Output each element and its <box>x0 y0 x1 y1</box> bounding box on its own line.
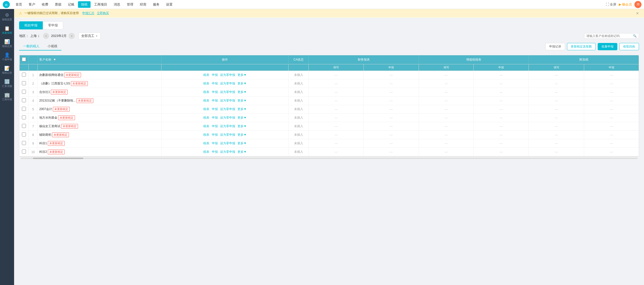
date-prev-button[interactable]: ‹ <box>43 33 49 39</box>
nav-service[interactable]: 服务 <box>150 1 163 8</box>
search-input[interactable] <box>586 34 632 38</box>
sort-icon[interactable]: ▼ <box>53 58 56 61</box>
op-tax-table-6[interactable]: 税表 <box>203 124 209 128</box>
op-more-0[interactable]: 更多▼ <box>237 73 247 77</box>
op-zero-5[interactable]: 设为零申报 <box>220 116 235 119</box>
op-declare-4[interactable]: 申报 <box>212 107 218 111</box>
op-more-9[interactable]: 更多▼ <box>237 150 247 154</box>
update-tax-button[interactable]: 更新税定及取数 <box>567 43 596 50</box>
row-checkbox-2[interactable] <box>20 88 29 97</box>
row-checkbox-7[interactable] <box>20 131 29 139</box>
op-more-1[interactable]: 更多▼ <box>237 82 247 85</box>
nav-message[interactable]: 消息 <box>111 1 123 8</box>
tab-general-taxpayer[interactable]: 一般的税人 <box>19 42 44 51</box>
op-tax-table-7[interactable]: 税表 <box>203 133 209 136</box>
row-checkbox-1[interactable] <box>20 79 29 88</box>
row-checkbox-0[interactable] <box>20 71 29 79</box>
op-zero-6[interactable]: 设为零申报 <box>220 124 235 128</box>
op-declare-2[interactable]: 申报 <box>212 90 218 94</box>
collect-receipt-button[interactable]: 收取回执 <box>619 43 639 50</box>
nav-invoice[interactable]: 票据 <box>52 1 64 8</box>
select-all-checkbox[interactable] <box>22 57 26 61</box>
op-zero-4[interactable]: 设为零申报 <box>220 107 235 111</box>
op-tax-table-2[interactable]: 税表 <box>203 90 209 94</box>
op-more-6[interactable]: 更多▼ <box>237 124 247 128</box>
row-select-6[interactable] <box>22 124 26 128</box>
date-next-button[interactable]: › <box>69 33 75 39</box>
batch-declare-button[interactable]: 批量申报 <box>598 43 617 50</box>
nav-settings[interactable]: 设置 <box>163 1 176 8</box>
row-select-7[interactable] <box>22 132 26 136</box>
row-checkbox-6[interactable] <box>20 122 29 131</box>
declaration-records-button[interactable]: 申报记录 <box>545 43 565 50</box>
op-more-5[interactable]: 更多▼ <box>237 116 247 119</box>
horizontal-scrollbar[interactable] <box>19 157 639 160</box>
op-declare-8[interactable]: 申报 <box>212 141 218 145</box>
row-select-1[interactable] <box>22 81 26 85</box>
sidebar-item-tax-records[interactable]: 📝 报税记录 <box>0 64 14 76</box>
banner-link-buy[interactable]: 立即购买 <box>97 11 109 15</box>
tab-small-scale[interactable]: 小规模 <box>44 42 61 51</box>
sidebar-item-annual-report[interactable]: 🏢 工商年报 <box>0 91 14 103</box>
row-select-5[interactable] <box>22 115 26 119</box>
sidebar-item-tax-overview[interactable]: 📊 报税总览 <box>0 37 14 50</box>
op-tax-table-1[interactable]: 税表 <box>203 82 209 85</box>
op-tax-table-5[interactable]: 税表 <box>203 116 209 119</box>
op-declare-0[interactable]: 申报 <box>212 73 218 77</box>
row-select-4[interactable] <box>22 107 26 111</box>
nav-manage[interactable]: 管理 <box>124 1 136 8</box>
tab-zero-declaration[interactable]: 零申报 <box>43 21 63 29</box>
staff-selector[interactable]: 全部员工 ▼ <box>78 32 101 39</box>
row-select-9[interactable] <box>22 150 26 154</box>
region-info-icon[interactable]: ℹ <box>38 34 39 38</box>
sidebar-item-tax-settings[interactable]: ⚙ 报税设置 <box>0 11 14 23</box>
op-more-3[interactable]: 更多▼ <box>237 99 247 102</box>
row-checkbox-4[interactable] <box>20 105 29 114</box>
op-more-4[interactable]: 更多▼ <box>237 107 247 111</box>
op-declare-9[interactable]: 申报 <box>212 150 218 154</box>
nav-home[interactable]: 首页 <box>13 1 25 8</box>
nav-operation[interactable]: 经营 <box>137 1 149 8</box>
op-declare-5[interactable]: 申报 <box>212 116 218 119</box>
nav-billing[interactable]: 收费 <box>39 1 51 8</box>
op-zero-3[interactable]: 设为零申报 <box>220 99 235 102</box>
sidebar-item-personal-tax[interactable]: 👤 个税申报 <box>0 51 14 63</box>
row-checkbox-8[interactable] <box>20 139 29 148</box>
row-select-3[interactable] <box>22 98 26 102</box>
op-zero-9[interactable]: 设为零申报 <box>220 150 235 154</box>
row-checkbox-3[interactable] <box>20 97 29 105</box>
row-checkbox-5[interactable] <box>20 114 29 122</box>
nav-tax[interactable]: 报税 <box>78 1 91 8</box>
fullscreen-button[interactable]: ⛶ 全屏 <box>606 2 616 7</box>
user-avatar[interactable]: 用 <box>634 1 641 8</box>
op-declare-1[interactable]: 申报 <box>212 82 218 85</box>
banner-close-button[interactable]: ✕ <box>636 11 639 15</box>
tab-tax-declaration[interactable]: 税款申报 <box>19 21 43 29</box>
op-declare-6[interactable]: 申报 <box>212 124 218 128</box>
op-tax-table-9[interactable]: 税表 <box>203 150 209 154</box>
row-checkbox-9[interactable] <box>20 148 29 156</box>
row-select-2[interactable] <box>22 90 26 94</box>
op-declare-7[interactable]: 申报 <box>212 133 218 136</box>
sidebar-item-settlement[interactable]: 🔢 汇算清缴 <box>0 77 14 90</box>
banner-link-summary[interactable]: 申报汇总 <box>82 11 94 15</box>
op-tax-table-0[interactable]: 税表 <box>203 73 209 77</box>
row-select-8[interactable] <box>22 141 26 145</box>
nav-accounting[interactable]: 记账 <box>65 1 77 8</box>
sidebar-item-batch-tax[interactable]: 📋 批量报税 <box>0 24 14 36</box>
op-tax-table-3[interactable]: 税表 <box>203 99 209 102</box>
op-more-2[interactable]: 更多▼ <box>237 90 247 94</box>
upgrade-button[interactable]: ▶ 畅会员 <box>619 2 632 7</box>
op-more-7[interactable]: 更多▼ <box>237 133 247 136</box>
nav-customer[interactable]: 客户 <box>26 1 38 8</box>
op-zero-2[interactable]: 设为零申报 <box>220 90 235 94</box>
op-zero-7[interactable]: 设为零申报 <box>220 133 235 136</box>
op-zero-8[interactable]: 设为零申报 <box>220 141 235 145</box>
op-zero-1[interactable]: 设为零申报 <box>220 82 235 85</box>
nav-business[interactable]: 工商项目 <box>91 1 110 8</box>
op-tax-table-8[interactable]: 税表 <box>203 141 209 145</box>
row-select-0[interactable] <box>22 73 26 77</box>
op-declare-3[interactable]: 申报 <box>212 99 218 102</box>
search-icon[interactable]: 🔍 <box>633 34 637 38</box>
op-tax-table-4[interactable]: 税表 <box>203 107 209 111</box>
